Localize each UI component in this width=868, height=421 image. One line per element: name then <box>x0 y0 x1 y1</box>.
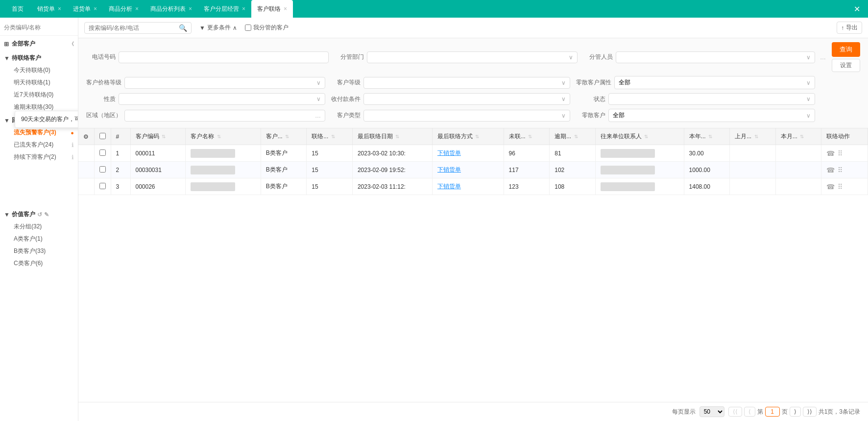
col-unit-contact[interactable]: 往来单位联系人 ⇅ <box>595 128 684 145</box>
customer-level-select[interactable]: ∨ <box>363 77 570 89</box>
sidebar-item-today[interactable]: 今天待联络(0) <box>0 64 78 76</box>
tab-analysis[interactable]: 商品分析 × <box>103 0 145 18</box>
tab-sales-close[interactable]: × <box>58 5 61 12</box>
sidebar-item-week[interactable]: 近7天待联络(0) <box>0 89 78 101</box>
tab-customer-tier-close[interactable]: × <box>242 5 245 12</box>
tab-customer-link[interactable]: 客户联络 × <box>251 0 293 18</box>
tab-home[interactable]: 首页 <box>4 0 31 18</box>
row-checkbox[interactable] <box>99 166 106 173</box>
contact-icon[interactable]: ☎ <box>826 183 835 191</box>
customer-type-select[interactable]: ∨ <box>363 110 570 122</box>
table-cell <box>94 145 111 162</box>
sidebar-item-unsorted[interactable]: 未分组(32) <box>0 221 78 233</box>
value-group-refresh-icon[interactable]: ↺ <box>37 211 42 218</box>
value-group-edit-icon[interactable]: ✎ <box>44 211 49 218</box>
page-last-button[interactable]: ⟩⟩ <box>803 407 817 417</box>
col-last-month[interactable]: 上月... ⇅ <box>730 128 776 145</box>
col-checkbox <box>94 128 111 145</box>
unsorted-label: 未分组(32) <box>14 223 42 230</box>
page-first-button[interactable]: ⟨⟨ <box>728 407 742 417</box>
tab-analysis-list[interactable]: 商品分析列表 × <box>145 0 198 18</box>
status-select[interactable]: ∨ <box>608 93 815 105</box>
tab-analysis-list-close[interactable]: × <box>189 5 192 12</box>
col-last-method[interactable]: 最后联络方式 ⇅ <box>432 128 504 145</box>
toolbar: 🔍 ▼ 更多条件 ∧ 我分管的客户 ↑ 导出 <box>78 18 868 38</box>
page-next-button[interactable]: ⟩ <box>790 407 801 417</box>
col-this-month[interactable]: 本月... ⇅ <box>775 128 821 145</box>
sidebar-item-class-a[interactable]: A类客户(1) <box>0 233 78 245</box>
tab-analysis-close[interactable]: × <box>135 5 139 12</box>
col-name[interactable]: 客户名称 ⇅ <box>186 128 261 145</box>
search-input[interactable] <box>89 25 177 31</box>
table-cell: 2023-03-02 10:30: <box>352 145 432 162</box>
filter-icon: ▼ <box>199 25 205 31</box>
table-cell: ██████ <box>595 162 684 178</box>
manager-more-icon[interactable]: … <box>820 54 826 61</box>
tab-customer-link-close[interactable]: × <box>284 5 287 12</box>
col-last-date[interactable]: 最后联络日期 ⇅ <box>352 128 432 145</box>
sidebar-search-input[interactable] <box>4 24 77 31</box>
search-icon[interactable]: 🔍 <box>179 24 187 32</box>
last-method-link[interactable]: 下销货单 <box>437 149 461 156</box>
retail-attr-select[interactable]: 全部 ∨ <box>614 76 815 89</box>
col-last-method-label: 最后联络方式 <box>437 133 473 140</box>
col-unit-contact-sort-icon: ⇅ <box>644 134 648 139</box>
tab-sales[interactable]: 销货单 × <box>31 0 67 18</box>
row-checkbox[interactable] <box>99 149 106 156</box>
contact-icon[interactable]: ☎ <box>826 166 835 174</box>
col-overdue-label: 逾期... <box>555 133 571 140</box>
contact-icon[interactable]: ☎ <box>826 149 835 157</box>
dept-select[interactable]: ∨ <box>367 51 577 63</box>
more-actions-icon[interactable]: ⠿ <box>838 183 843 191</box>
manager-select[interactable]: ∨ <box>616 51 815 63</box>
sidebar-search-icon[interactable]: 🔍 <box>77 24 78 31</box>
col-this-year-label: 本年... <box>689 133 706 140</box>
more-actions-icon[interactable]: ⠿ <box>838 166 843 174</box>
sidebar-item-already-lost[interactable]: 已流失客户(24) ℹ <box>0 139 78 151</box>
tab-customer-tier[interactable]: 客户分层经营 × <box>198 0 251 18</box>
tab-purchase[interactable]: 进货单 × <box>67 0 103 18</box>
col-code[interactable]: 客户编码 ⇅ <box>130 128 186 145</box>
more-actions-icon[interactable]: ⠿ <box>838 149 843 157</box>
sidebar-item-lost-pre[interactable]: 流失预警客户(3) ● <box>0 126 78 139</box>
col-not-contact[interactable]: 未联... ⇅ <box>504 128 550 145</box>
my-customer-checkbox-area[interactable]: 我分管的客户 <box>245 24 289 32</box>
sidebar-item-class-c[interactable]: C类客户(6) <box>0 257 78 270</box>
sidebar-item-class-b[interactable]: B类客户(33) <box>0 245 78 257</box>
sidebar-group-value[interactable]: ▼ 价值客户 ↺ ✎ <box>0 207 78 221</box>
nature-select[interactable]: ∨ <box>119 93 325 105</box>
settings-button[interactable]: 设置 <box>832 59 860 72</box>
class-b-label: B类客户(33) <box>14 248 46 254</box>
tab-purchase-close[interactable]: × <box>94 5 97 12</box>
sidebar-group-pending[interactable]: ▼ 待联络客户 <box>0 51 78 64</box>
last-method-link[interactable]: 下销货单 <box>437 183 461 190</box>
phone-input[interactable] <box>119 51 329 63</box>
tab-analysis-label: 商品分析 <box>109 5 132 13</box>
col-overdue[interactable]: 逾期... ⇅ <box>550 128 596 145</box>
select-all-checkbox[interactable] <box>99 133 106 139</box>
per-page-select[interactable]: 50 100 200 <box>699 406 724 417</box>
sidebar-item-downgrade[interactable]: 持续下滑客户(2) ℹ <box>0 151 78 163</box>
my-customer-checkbox[interactable] <box>245 25 251 31</box>
col-this-year[interactable]: 本年... ⇅ <box>684 128 730 145</box>
region-select[interactable]: … <box>124 110 325 122</box>
col-type[interactable]: 客户... ⇅ <box>261 128 307 145</box>
col-actions: 联络动作 <box>821 128 868 145</box>
last-method-link[interactable]: 下销货单 <box>437 166 461 173</box>
page-prev-button[interactable]: ⟨ <box>744 407 755 417</box>
col-settings[interactable]: ⚙ <box>78 128 94 145</box>
query-button[interactable]: 查询 <box>832 42 860 57</box>
window-close-button[interactable]: ✕ <box>850 4 864 14</box>
sidebar-item-tomorrow[interactable]: 明天待联络(1) <box>0 76 78 89</box>
price-level-select[interactable]: ∨ <box>124 77 325 89</box>
col-contact[interactable]: 联络... ⇅ <box>307 128 353 145</box>
row-checkbox[interactable] <box>99 183 106 189</box>
lost-arrow-icon: ▼ <box>4 117 10 124</box>
payment-select[interactable]: ∨ <box>363 93 570 105</box>
filter-button[interactable]: ▼ 更多条件 ∧ <box>195 22 241 33</box>
region-more-icon[interactable]: … <box>315 112 321 119</box>
retail-customer-select[interactable]: 全部 ∨ <box>608 109 815 122</box>
sidebar-all-customers[interactable]: ⊞ 全部客户 《 <box>0 36 78 51</box>
sidebar-collapse-icon[interactable]: 《 <box>69 41 74 48</box>
export-button[interactable]: ↑ 导出 <box>837 22 862 34</box>
